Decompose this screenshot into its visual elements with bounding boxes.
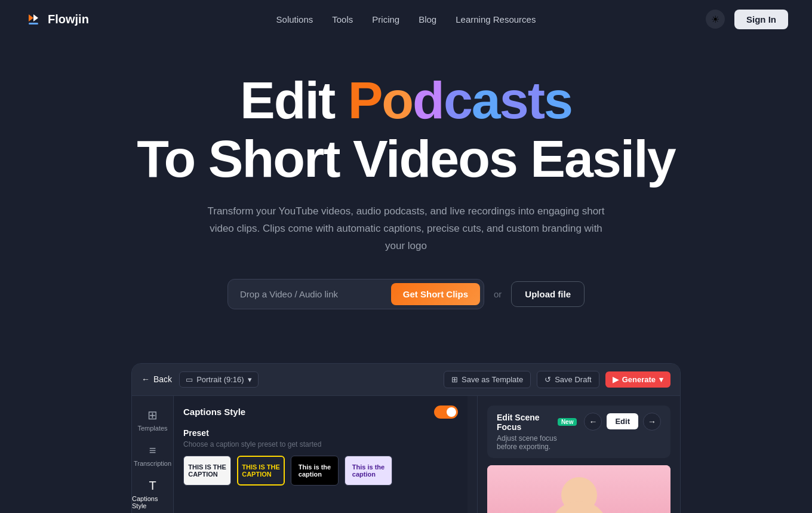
sidebar-item-transcription[interactable]: ≡ Transcription	[132, 439, 173, 472]
back-arrow-icon: ←	[142, 374, 150, 384]
back-label: Back	[153, 374, 172, 384]
svg-rect-1	[29, 23, 38, 24]
captions-style-title: Captions Style	[183, 407, 245, 417]
editor-main: Captions Style Preset Choose a caption s…	[174, 396, 467, 513]
templates-icon: ⊞	[147, 408, 158, 422]
video-thumbnail	[487, 465, 670, 513]
save-template-button[interactable]: ⊞ Save as Template	[444, 371, 531, 388]
nav-pricing[interactable]: Pricing	[372, 14, 399, 24]
template-icon: ⊞	[451, 375, 458, 384]
person-silhouette	[487, 465, 670, 513]
caption-preset-purple[interactable]: This is thecaption	[345, 456, 392, 486]
scene-focus-info: Edit Scene Focus New Adjust scene focus …	[497, 413, 577, 451]
hero-title-line1: Edit Podcasts	[12, 74, 800, 127]
url-input-box: Get Short Clips	[227, 279, 484, 309]
caption-preset-white-black[interactable]: This is thecaption	[291, 456, 339, 486]
portrait-selector[interactable]: ▭ Portrait (9:16) ▾	[179, 371, 258, 388]
save-draft-label: Save Draft	[555, 375, 591, 384]
hero-section: Edit Podcasts To Short Videos Easily Tra…	[0, 38, 812, 333]
scene-edit-button[interactable]: Edit	[607, 413, 638, 429]
captions-style-icon: T	[149, 479, 156, 493]
scene-focus-title: Edit Scene Focus	[497, 413, 552, 432]
theme-toggle-button[interactable]: ☀	[706, 10, 725, 29]
or-separator: or	[494, 289, 502, 299]
nav-right: ☀ Sign In	[706, 10, 788, 29]
nav-solutions[interactable]: Solutions	[276, 14, 313, 24]
preset-title: Preset	[183, 428, 458, 438]
scene-nav: ← Edit →	[584, 413, 661, 431]
preview-section: ← Back ▭ Portrait (9:16) ▾ ⊞ Save as Tem…	[119, 363, 693, 513]
hero-t: t	[528, 70, 544, 130]
hero-s2: s	[544, 70, 572, 130]
scene-next-button[interactable]: →	[643, 413, 661, 431]
hero-a: a	[472, 70, 500, 130]
preset-subtitle: Choose a caption style preset to get sta…	[183, 440, 458, 449]
preview-window: ← Back ▭ Portrait (9:16) ▾ ⊞ Save as Tem…	[131, 363, 681, 513]
scene-prev-button[interactable]: ←	[584, 413, 602, 431]
scene-focus-panel: Edit Scene Focus New Adjust scene focus …	[477, 396, 680, 513]
captions-toggle[interactable]	[434, 406, 458, 419]
captions-header: Captions Style	[183, 406, 458, 419]
hero-subtitle: Transform your YouTube videos, audio pod…	[203, 203, 609, 255]
nav-tools[interactable]: Tools	[332, 14, 353, 24]
input-row: Get Short Clips or Upload file	[12, 279, 800, 309]
hero-d: d	[413, 70, 444, 130]
hero-c: c	[444, 70, 472, 130]
caption-presets-list: THIS IS THECAPTION THIS IS THECAPTION Th…	[183, 456, 458, 486]
hero-title-line2: To Short Videos Easily	[12, 133, 800, 185]
scene-focus-description: Adjust scene focus before exporting.	[497, 434, 577, 451]
get-short-clips-button[interactable]: Get Short Clips	[391, 283, 480, 305]
generate-icon: ▶	[613, 375, 619, 384]
sidebar-item-captions-style[interactable]: T Captions Style	[132, 474, 173, 513]
nav-links: Solutions Tools Pricing Blog Learning Re…	[276, 14, 536, 24]
generate-button[interactable]: ▶ Generate ▾	[605, 371, 670, 388]
editor-sidebar: ⊞ Templates ≡ Transcription T Captions S…	[132, 396, 174, 513]
scene-focus-new-badge: New	[558, 418, 577, 426]
topbar-left: ← Back ▭ Portrait (9:16) ▾	[142, 371, 259, 388]
transcription-icon: ≡	[149, 444, 156, 457]
signin-button[interactable]: Sign In	[734, 10, 788, 29]
save-draft-button[interactable]: ↺ Save Draft	[537, 371, 599, 388]
hero-edit-word: Edit	[240, 70, 348, 130]
draft-icon: ↺	[545, 375, 551, 384]
logo-text: Flowjin	[48, 13, 89, 26]
back-button[interactable]: ← Back	[142, 374, 172, 384]
sidebar-templates-label: Templates	[137, 425, 167, 432]
editor-topbar: ← Back ▭ Portrait (9:16) ▾ ⊞ Save as Tem…	[132, 364, 680, 396]
caption-preset-yellow[interactable]: THIS IS THECAPTION	[237, 456, 285, 486]
logo-icon	[24, 10, 43, 29]
person-body	[549, 501, 609, 513]
upload-file-button[interactable]: Upload file	[511, 281, 585, 307]
topbar-right: ⊞ Save as Template ↺ Save Draft ▶ Genera…	[444, 371, 670, 388]
logo[interactable]: Flowjin	[24, 10, 89, 29]
generate-chevron-icon: ▾	[659, 375, 663, 384]
hero-p: P	[348, 70, 382, 130]
save-template-label: Save as Template	[462, 375, 523, 384]
editor-body: ⊞ Templates ≡ Transcription T Captions S…	[132, 396, 680, 513]
portrait-label: Portrait (9:16)	[196, 375, 244, 384]
sidebar-item-templates[interactable]: ⊞ Templates	[132, 403, 173, 437]
scene-focus-header: Edit Scene Focus New Adjust scene focus …	[487, 406, 670, 458]
hero-o: o	[382, 70, 413, 130]
sidebar-captions-label: Captions Style	[132, 495, 173, 509]
portrait-icon: ▭	[186, 375, 193, 384]
navbar: Flowjin Solutions Tools Pricing Blog Lea…	[0, 0, 812, 38]
preset-section: Preset Choose a caption style preset to …	[183, 428, 458, 486]
caption-preset-plain[interactable]: THIS IS THECAPTION	[183, 456, 231, 486]
url-input[interactable]	[240, 289, 385, 299]
sidebar-transcription-label: Transcription	[134, 460, 171, 467]
nav-learning-resources[interactable]: Learning Resources	[456, 14, 536, 24]
generate-label: Generate	[622, 375, 656, 384]
nav-blog[interactable]: Blog	[419, 14, 436, 24]
scene-focus-title-row: Edit Scene Focus New	[497, 413, 577, 432]
hero-s1: s	[500, 70, 528, 130]
portrait-chevron-icon: ▾	[248, 375, 252, 384]
